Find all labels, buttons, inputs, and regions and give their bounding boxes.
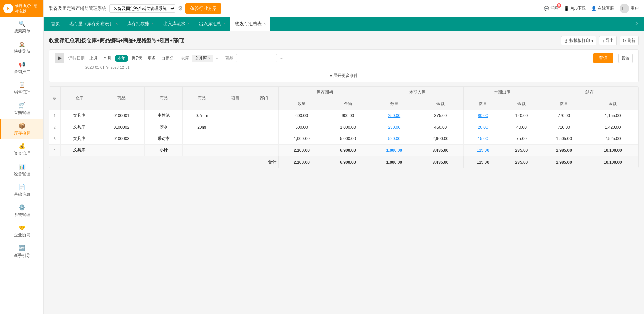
td-out-amt: 235.00	[502, 145, 541, 156]
filter-toggle-arrow[interactable]: ▶	[55, 53, 64, 63]
sidebar-item-inventory[interactable]: 📦库存核算	[0, 119, 43, 139]
out-qty-link-1[interactable]: 20.00	[478, 125, 488, 130]
date-opt-more[interactable]: 更多	[146, 55, 158, 62]
td-in-qty: 250.00	[371, 110, 417, 121]
tab-bar: 首页现存量（库存分布表）×库存批次账×出入库流水×出入库汇总×收发存汇总表× ×	[44, 17, 644, 31]
expand-more-row: ▾ 展开更多条件	[55, 73, 633, 79]
table-row: 1 文具库 0100001 中性笔 0.7mm 600.00 900.00 25…	[49, 110, 638, 121]
phone-icon: 📱	[564, 6, 569, 11]
tab-inventory-dist[interactable]: 现存量（库存分布表）×	[65, 17, 122, 31]
tab-close-in-out-flow[interactable]: ×	[187, 22, 189, 26]
tab-close-receive-send-summary[interactable]: ×	[264, 22, 266, 26]
online-service-item[interactable]: 👤 在线客服	[591, 5, 614, 11]
sidebar-item-basic-info[interactable]: 📄基础信息	[0, 180, 43, 201]
warehouse-more-dots[interactable]: ···	[216, 55, 220, 61]
page-body: 收发存汇总表(按仓库+商品编码+商品+规格型号+项目+部门) 🖨 按模板打印 ▾…	[44, 31, 644, 314]
column-settings-btn[interactable]: 设置	[618, 54, 633, 63]
tab-close-inventory-dist[interactable]: ×	[116, 22, 118, 26]
in-qty-link-0[interactable]: 250.00	[388, 113, 400, 118]
sidebar-item-purchase[interactable]: 🛒采购管理	[0, 99, 43, 119]
date-opt-cur-year[interactable]: 本年	[115, 55, 128, 62]
tab-batch-ledger[interactable]: 库存批次账×	[122, 17, 158, 31]
td-in-qty: 1,000.00	[371, 145, 417, 156]
td-spec: 20ml	[183, 121, 221, 133]
goods-more-dots[interactable]: ···	[280, 55, 284, 61]
td-warehouse: 文具库	[60, 110, 98, 121]
footer-out-qty: 115.00	[464, 156, 502, 168]
td-code: 0100001	[98, 110, 145, 121]
date-opt-cur-month[interactable]: 本月	[101, 55, 113, 62]
th-bal-amt: 金额	[587, 98, 638, 110]
out-qty-link-3[interactable]: 115.00	[477, 148, 489, 153]
sidebar-item-finance[interactable]: 💰资金管理	[0, 139, 43, 160]
footer-bal-amt: 10,100.00	[587, 156, 638, 168]
app-download-label: App下载	[571, 5, 586, 11]
table-header-row-1: ⚙ 仓库 商品 商品 商品 项目 部门 库存期初 本期入库 本期出库 结存	[49, 87, 638, 98]
td-bal-amt: 1,155.00	[587, 110, 638, 121]
sidebar-item-system[interactable]: ⚙️系统管理	[0, 201, 43, 221]
tab-label-inventory-dist: 现存量（库存分布表）	[69, 21, 114, 27]
print-icon: 🖨	[564, 38, 568, 43]
tab-label-receive-send-summary: 收发存汇总表	[235, 21, 262, 27]
refresh-btn[interactable]: ↻ 刷新	[620, 36, 639, 45]
goods-filter-input[interactable]	[236, 54, 277, 62]
date-opt-7days[interactable]: 近7天	[130, 55, 144, 62]
in-qty-link-3[interactable]: 1,000.00	[386, 148, 402, 153]
sidebar-item-enterprise[interactable]: 🤝企业协同	[0, 221, 43, 242]
tab-in-out-summary[interactable]: 出入库汇总×	[194, 17, 230, 31]
page-actions: 🖨 按模板打印 ▾ ↑ 导出 ↻ 刷新	[561, 36, 639, 45]
warehouse-tag-close[interactable]: ×	[208, 56, 210, 60]
td-dept	[250, 121, 278, 133]
td-in-amt: 375.00	[417, 110, 464, 121]
tab-label-in-out-flow: 出入库流水	[163, 21, 185, 27]
sidebar-item-search[interactable]: 🔍搜索菜单	[0, 17, 43, 37]
sidebar-logo: 6 畅捷通好生意 标准版	[0, 0, 43, 17]
settings-btn-topbar[interactable]: ⚙	[178, 5, 183, 12]
page-header: 收发存汇总表(按仓库+商品编码+商品+规格型号+项目+部门) 🖨 按模板打印 ▾…	[49, 36, 639, 45]
user-item[interactable]: Ea 用户	[620, 4, 639, 13]
th-dept: 部门	[250, 87, 278, 110]
system-select[interactable]: 装备及固定资产辅助管理系统	[109, 4, 175, 13]
warehouse-tag: 文具库 ×	[192, 55, 213, 62]
td-warehouse: 文具库	[60, 121, 98, 133]
date-opt-prev-month[interactable]: 上月	[87, 55, 100, 62]
system-icon: ⚙️	[19, 204, 26, 211]
topbar-left: 装备及固定资产辅助管理系统 装备及固定资产辅助管理系统 ⚙ 体验行业方案	[49, 3, 221, 14]
logo-text: 畅捷通好生意 标准版	[15, 3, 37, 14]
tabs-close-all[interactable]: ×	[633, 21, 641, 27]
in-qty-link-2[interactable]: 520.00	[388, 136, 400, 141]
sidebar-item-label-basic-info: 基础信息	[14, 192, 30, 197]
export-btn[interactable]: ↑ 导出	[599, 36, 617, 45]
table-settings-icon[interactable]: ⚙	[53, 96, 56, 101]
tab-close-batch-ledger[interactable]: ×	[151, 22, 153, 26]
td-bal-qty: 1,505.00	[541, 133, 587, 145]
message-item[interactable]: 💬 消息 6	[544, 5, 559, 11]
th-opening-stock: 库存期初	[278, 87, 371, 98]
td-out-amt: 120.00	[502, 110, 541, 121]
search-icon: 🔍	[19, 20, 26, 27]
trial-btn[interactable]: 体验行业方案	[185, 3, 221, 14]
expand-more-btn[interactable]: ▾ 展开更多条件	[330, 73, 358, 79]
td-dept	[250, 110, 278, 121]
page-title: 收发存汇总表(按仓库+商品编码+商品+规格型号+项目+部门)	[49, 37, 185, 44]
sidebar-item-quick-nav[interactable]: 🏠快捷导航	[0, 37, 43, 58]
sidebar-item-operations[interactable]: 📊经营管理	[0, 160, 43, 180]
tab-in-out-flow[interactable]: 出入库流水×	[159, 17, 194, 31]
out-qty-link-0[interactable]: 80.00	[478, 113, 488, 118]
sidebar-item-sales[interactable]: 📋销售管理	[0, 78, 43, 99]
query-btn[interactable]: 查询	[593, 53, 613, 63]
date-opt-custom[interactable]: 自定义	[159, 55, 176, 62]
tab-home[interactable]: 首页	[46, 17, 65, 31]
user-avatar: Ea	[620, 4, 629, 13]
tab-close-in-out-summary[interactable]: ×	[223, 22, 225, 26]
tab-receive-send-summary[interactable]: 收发存汇总表×	[230, 17, 270, 31]
out-qty-link-2[interactable]: 15.00	[478, 136, 488, 141]
in-qty-link-1[interactable]: 230.00	[388, 125, 400, 130]
sidebar-item-marketing[interactable]: 📢营销推广	[0, 58, 43, 78]
quick-nav-icon: 🏠	[19, 41, 26, 47]
td-dept	[250, 133, 278, 145]
print-template-btn[interactable]: 🖨 按模板打印 ▾	[561, 36, 596, 45]
app-download-item[interactable]: 📱 App下载	[564, 5, 586, 11]
sidebar-item-guide[interactable]: 🆕新手引导	[0, 242, 43, 262]
basic-info-icon: 📄	[19, 184, 26, 190]
